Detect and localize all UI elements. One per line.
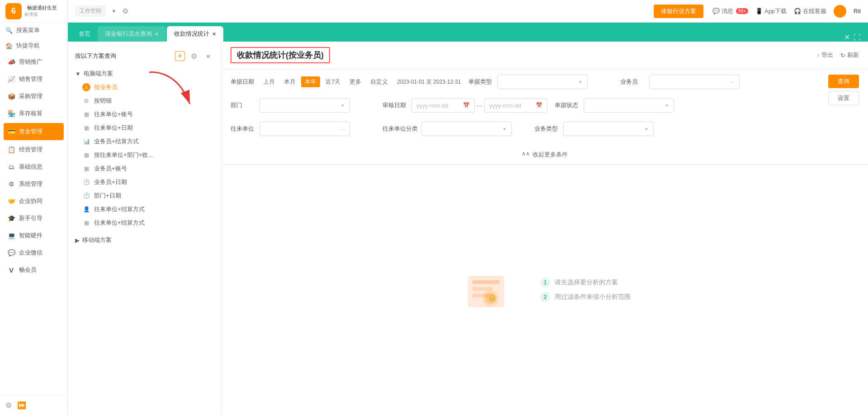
- tab-home-label: 首页: [79, 30, 90, 37]
- logo-badge: 标准版: [24, 11, 57, 18]
- settings-scheme-btn[interactable]: ⚙: [189, 51, 199, 61]
- this-month-tab[interactable]: 本月: [280, 76, 299, 87]
- sidebar-item-system-label: 系统管理: [19, 180, 42, 188]
- doc-type-select[interactable]: ▼: [497, 75, 588, 89]
- scheme-item-dept-date[interactable]: 🕐 部门+日期: [68, 189, 221, 203]
- sidebar-item-marketing[interactable]: 📣 营销推广: [0, 53, 67, 71]
- scheme-group-pc-header[interactable]: ▼ 电脑端方案: [68, 67, 221, 80]
- sidebar: 6 畅捷通好生意 标准版 🔍 搜索菜单 🏠 快捷导航 📣 营销推广 📈 销售管理…: [0, 0, 68, 415]
- audit-date-start[interactable]: yyyy-mm-dd 📅: [411, 98, 475, 113]
- sidebar-item-wechat[interactable]: 💬 企业微信: [0, 244, 67, 261]
- collapse-scheme-btn[interactable]: «: [203, 51, 214, 61]
- sidebar-item-hardware[interactable]: 💻 智能硬件: [0, 227, 67, 244]
- unit-settle1-icon: 👤: [82, 205, 90, 213]
- empty-state: 😊 1 请先选择要分析的方案 2 用过滤条件来缩小分析范围: [222, 165, 868, 415]
- tab-home[interactable]: 首页: [71, 26, 98, 42]
- empty-illustration: 😊: [459, 262, 513, 318]
- salesman-select[interactable]: ···: [649, 75, 740, 89]
- sidebar-item-finance[interactable]: 💳 资金管理: [4, 123, 64, 140]
- audit-date-end-placeholder: yyyy-mm-dd: [489, 102, 521, 109]
- collapse-bar[interactable]: ∧∧ 收起更多条件: [222, 145, 868, 165]
- scheme-item-unit-settle2[interactable]: ▦ 往来单位+结算方式: [68, 216, 221, 230]
- sales-icon: 📈: [7, 75, 15, 83]
- user-avatar[interactable]: [834, 5, 846, 18]
- scheme-header: 按以下方案查询 + ⚙ «: [68, 47, 221, 65]
- scheme-item-unit-dept[interactable]: ▦ 按往来单位+部门+收...: [68, 148, 221, 162]
- refresh-btn[interactable]: ↻ 刷新: [840, 51, 859, 59]
- sidebar-item-inventory[interactable]: 🏪 库存核算: [0, 105, 67, 122]
- tab-close-all-icon[interactable]: ✕: [844, 33, 850, 42]
- quick-nav-item[interactable]: 🏠 快捷导航: [0, 38, 67, 53]
- unit-account-icon: ▦: [82, 110, 90, 118]
- search-menu-item[interactable]: 🔍 搜索菜单: [0, 23, 67, 38]
- sidebar-item-corp[interactable]: 🤝 企业协同: [0, 193, 67, 210]
- sidebar-item-operation[interactable]: 📋 经营管理: [0, 141, 67, 158]
- tab-bank-flow-close[interactable]: ✕: [155, 31, 159, 37]
- workspace-name[interactable]: 工作空间: [75, 5, 106, 17]
- prev-month-tab[interactable]: 上月: [259, 76, 278, 87]
- scheme-item-dept-date-label: 部门+日期: [94, 192, 121, 200]
- scheme-item-salesman-account-label: 业务员+账号: [94, 165, 127, 173]
- sidebar-item-purchase[interactable]: 📦 采购管理: [0, 88, 67, 105]
- workspace-dropdown-icon[interactable]: ▼: [111, 8, 117, 14]
- app-download-btn[interactable]: 📱 App下载: [755, 7, 787, 15]
- scheme-title: 按以下方案查询: [75, 52, 116, 60]
- scheme-item-unit-date[interactable]: ▦ 往来单位+日期: [68, 121, 221, 135]
- biz-type-select[interactable]: ▼: [563, 122, 654, 136]
- scheme-item-salesman-date[interactable]: 🕐 业务员+日期: [68, 175, 221, 189]
- sidebar-item-guide[interactable]: 🎓 新手引导: [0, 210, 67, 227]
- guide-icon: 🎓: [7, 214, 15, 222]
- scheme-group-mobile-header[interactable]: ▶ 移动端方案: [68, 233, 221, 247]
- dept-select[interactable]: ▼: [259, 98, 350, 113]
- tab-receipt-stat-close[interactable]: ✕: [212, 31, 216, 37]
- scheme-item-salesman-settle[interactable]: 📊 业务员+结算方式: [68, 135, 221, 148]
- scheme-item-by-detail[interactable]: ⊞ 按明细: [68, 94, 221, 108]
- online-service-btn[interactable]: 🎧 在线客服: [794, 7, 826, 15]
- scheme-item-salesman-account[interactable]: ▦ 业务员+账号: [68, 162, 221, 175]
- sidebar-item-sales[interactable]: 📈 销售管理: [0, 71, 67, 88]
- message-btn[interactable]: 💬 消息 99+: [712, 7, 748, 15]
- tab-receipt-stat[interactable]: 收款情况统计 ✕: [167, 26, 223, 42]
- audit-date-start-placeholder: yyyy-mm-dd: [416, 102, 448, 109]
- doc-type-label: 单据类型: [468, 78, 494, 86]
- svg-text:😊: 😊: [488, 295, 496, 302]
- scheme-item-by-salesman[interactable]: 人 按业务员: [68, 80, 221, 94]
- sidebar-item-wechat-label: 企业微信: [19, 249, 42, 257]
- calendar-end-icon: 📅: [536, 102, 542, 108]
- settings-button[interactable]: 设置: [828, 91, 859, 105]
- try-industry-btn[interactable]: 体验行业方案: [654, 5, 703, 18]
- date-range-display: 2023-01-01 至 2023-12-31: [397, 78, 461, 86]
- collapse-sidebar-icon[interactable]: ⏩: [17, 401, 26, 410]
- doc-status-select[interactable]: ▼: [584, 98, 674, 113]
- export-btn[interactable]: ↑ 导出: [817, 51, 834, 59]
- logo-icon: 6: [5, 3, 22, 19]
- more-tab[interactable]: 更多: [346, 76, 365, 87]
- tab-bank-flow[interactable]: 现金银行流水查询 ✕: [98, 26, 166, 42]
- salesman-date-icon: 🕐: [82, 178, 90, 186]
- right-buttons: 查询 设置: [823, 75, 859, 111]
- user-name[interactable]: Rit: [854, 8, 861, 14]
- custom-tab[interactable]: 自定义: [367, 76, 392, 87]
- add-scheme-btn[interactable]: +: [175, 51, 185, 61]
- sidebar-item-system[interactable]: ⚙ 系统管理: [0, 175, 67, 193]
- sidebar-item-basic[interactable]: 🗂 基础信息: [0, 158, 67, 175]
- settings-icon[interactable]: ⚙: [122, 7, 128, 15]
- audit-date-end[interactable]: yyyy-mm-dd 📅: [484, 98, 547, 113]
- last7days-tab[interactable]: 近7天: [322, 76, 344, 87]
- counterpart-select[interactable]: ···: [259, 122, 350, 136]
- biz-type-label: 业务类型: [534, 125, 560, 133]
- sidebar-item-vip[interactable]: V 畅会员: [0, 261, 67, 278]
- tab-maximize-icon[interactable]: ⛶: [854, 33, 861, 42]
- detail-icon: ⊞: [82, 97, 90, 105]
- export-label: 导出: [821, 51, 833, 59]
- refresh-label: 刷新: [847, 51, 859, 59]
- query-button[interactable]: 查询: [828, 75, 859, 88]
- scheme-item-unit-settle1[interactable]: 👤 往来单位+结算方式: [68, 203, 221, 216]
- settings-footer-icon[interactable]: ⚙: [5, 401, 12, 410]
- scheme-item-unit-account[interactable]: ▦ 往来单位+账号: [68, 108, 221, 121]
- this-year-tab[interactable]: 本年: [301, 76, 320, 87]
- salesman-account-icon: ▦: [82, 165, 90, 173]
- counterpart-type-select[interactable]: ▼: [421, 122, 512, 136]
- message-badge: 99+: [736, 8, 748, 14]
- audit-date-input-group: yyyy-mm-dd 📅 — yyyy-mm-dd 📅: [411, 98, 547, 113]
